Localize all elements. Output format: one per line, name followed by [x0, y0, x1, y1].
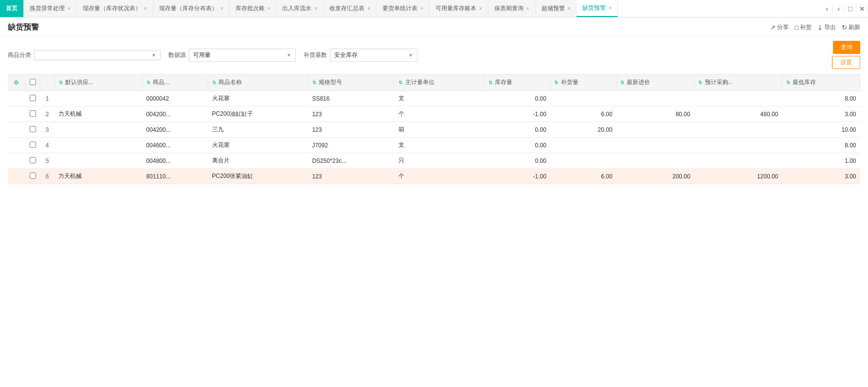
tab-stock-status[interactable]: 现存量（库存状况表） × — [77, 0, 153, 17]
row-check-3[interactable] — [25, 138, 40, 153]
category-label: 商品分类 — [8, 51, 31, 59]
select-all-checkbox[interactable] — [30, 79, 36, 85]
tab-scroll-right[interactable]: › — [833, 5, 845, 13]
datasource-select-value: 可用量 — [193, 51, 211, 59]
col-unit-label: 主计量单位 — [405, 79, 434, 86]
row-checkbox-4[interactable] — [30, 157, 36, 163]
row-spec-4: DS250*23c... — [308, 153, 394, 169]
category-select[interactable]: ▼ — [34, 50, 161, 60]
tab-overstock-close[interactable]: × — [568, 6, 571, 11]
row-est-4 — [694, 153, 782, 169]
tab-expiry-close[interactable]: × — [526, 6, 529, 11]
col-default-supplier-label: 默认供应... — [65, 79, 93, 86]
row-price-3 — [616, 138, 694, 153]
row-checkbox-0[interactable] — [30, 95, 36, 101]
row-checkbox-2[interactable] — [30, 126, 36, 132]
tab-restore[interactable]: □ — [845, 5, 856, 13]
replenish-button[interactable]: □ 补货 — [795, 23, 812, 32]
filter-bar: 商品分类 ▼ 数据源 可用量 ▼ 补货基数 安全库存 ▼ 查询 设置 — [0, 36, 868, 74]
tab-stock-status-label: 现存量（库存状况表） — [83, 4, 141, 13]
col-seq — [40, 74, 54, 91]
tab-recv-summary-close[interactable]: × — [367, 6, 370, 11]
tab-batch-account-close[interactable]: × — [268, 6, 271, 11]
tab-stock-dist-close[interactable]: × — [220, 6, 223, 11]
tab-inout-flow-close[interactable]: × — [314, 6, 317, 11]
tab-shortage-close[interactable]: × — [609, 5, 612, 11]
tab-stock-status-close[interactable]: × — [144, 6, 147, 11]
tab-batch-account[interactable]: 库存批次账 × — [230, 0, 277, 17]
row-spec-0: SS816 — [308, 91, 394, 106]
row-spec-1: 123 — [308, 106, 394, 122]
row-check-2[interactable] — [25, 122, 40, 138]
tab-shortage[interactable]: 缺货预警 × — [577, 0, 618, 17]
sort-icon-stock: ⇅ — [488, 80, 492, 85]
row-checkbox-1[interactable] — [30, 110, 36, 117]
tab-stock-dist[interactable]: 现存量（库存分布表） × — [153, 0, 230, 17]
row-spec-2: 123 — [308, 122, 394, 138]
category-filter-group: 商品分类 ▼ — [8, 50, 161, 60]
tab-req-stat-close[interactable]: × — [420, 6, 423, 11]
col-spec-label: 规格型号 — [319, 79, 342, 86]
tab-overstock[interactable]: 超储预警 × — [536, 0, 577, 17]
row-code-1: 004200... — [143, 106, 208, 122]
row-spec-3: J7092 — [308, 138, 394, 153]
tab-home[interactable]: 首页 — [0, 0, 24, 17]
replenish-base-dropdown-arrow: ▼ — [408, 53, 413, 58]
col-gear[interactable]: ⚙ — [8, 74, 25, 91]
datasource-label: 数据源 — [168, 51, 186, 59]
datasource-filter-group: 数据源 可用量 ▼ — [168, 49, 296, 62]
row-unit-2: 箱 — [395, 122, 485, 138]
col-spec[interactable]: ⇅ 规格型号 — [308, 74, 394, 91]
tab-expiry[interactable]: 保质期查询 × — [488, 0, 536, 17]
row-seq-5: 6 — [40, 169, 54, 184]
tab-avail-ledger-close[interactable]: × — [479, 6, 482, 11]
row-supplier-0 — [54, 91, 143, 106]
row-seq-2: 3 — [40, 122, 54, 138]
row-checkbox-3[interactable] — [30, 141, 36, 148]
tab-req-stat[interactable]: 要货单统计表 × — [377, 0, 430, 17]
col-goods-name[interactable]: ⇅ 商品名称 — [208, 74, 308, 91]
tab-exception[interactable]: 拣货异常处理 × — [24, 0, 77, 17]
row-name-0: 火花塞 — [208, 91, 308, 106]
col-latest-price[interactable]: ⇅ 最新进价 — [616, 74, 694, 91]
row-name-5: PC200张紧油缸 — [208, 169, 308, 184]
row-unit-3: 支 — [395, 138, 485, 153]
export-button[interactable]: ⤓ 导出 — [817, 23, 836, 32]
col-default-supplier[interactable]: ⇅ 默认供应... — [54, 74, 143, 91]
share-button[interactable]: ↗ 分享 — [770, 23, 789, 32]
row-unit-1: 个 — [395, 106, 485, 122]
settings-button[interactable]: 设置 — [832, 56, 860, 69]
col-stock-qty[interactable]: ⇅ 库存量 — [484, 74, 550, 91]
row-check-1[interactable] — [25, 106, 40, 122]
replenish-base-select[interactable]: 安全库存 ▼ — [330, 49, 417, 62]
datasource-select[interactable]: 可用量 ▼ — [189, 49, 296, 62]
col-est-purchase[interactable]: ⇅ 预计采购... — [694, 74, 782, 91]
row-stock-0: 0.00 — [484, 91, 550, 106]
tab-close-all[interactable]: ✕ — [856, 5, 868, 13]
refresh-button[interactable]: ↻ 刷新 — [842, 23, 860, 32]
tab-avail-ledger[interactable]: 可用量库存账本 × — [430, 0, 488, 17]
page-content: 缺货预警 ↗ 分享 □ 补货 ⤓ 导出 ↻ 刷新 商品分类 — [0, 18, 868, 387]
row-checkbox-5[interactable] — [30, 173, 36, 179]
row-minstock-3: 8.00 — [782, 138, 860, 153]
row-code-4: 004800... — [143, 153, 208, 169]
col-unit[interactable]: ⇅ 主计量单位 — [395, 74, 485, 91]
query-button[interactable]: 查询 — [833, 41, 860, 54]
tab-batch-account-label: 库存批次账 — [235, 4, 265, 13]
tab-scroll-left[interactable]: ‹ — [821, 5, 833, 13]
col-goods-code[interactable]: ⇅ 商品... — [143, 74, 208, 91]
replenish-base-label: 补货基数 — [304, 51, 327, 59]
tab-exception-close[interactable]: × — [68, 6, 71, 11]
row-check-4[interactable] — [25, 153, 40, 169]
tab-inout-flow[interactable]: 出入库流水 × — [276, 0, 324, 17]
row-check-5[interactable] — [25, 169, 40, 184]
tab-recv-summary[interactable]: 收发存汇总表 × — [324, 0, 377, 17]
tab-req-stat-label: 要货单统计表 — [382, 4, 417, 13]
row-supplier-2 — [54, 122, 143, 138]
col-min-stock[interactable]: ⇅ 最低库存 — [782, 74, 860, 91]
col-replenish-qty[interactable]: ⇅ 补货量 — [550, 74, 616, 91]
row-price-2 — [616, 122, 694, 138]
row-spec-5: 123 — [308, 169, 394, 184]
row-check-0[interactable] — [25, 91, 40, 106]
row-replenish-0 — [550, 91, 616, 106]
